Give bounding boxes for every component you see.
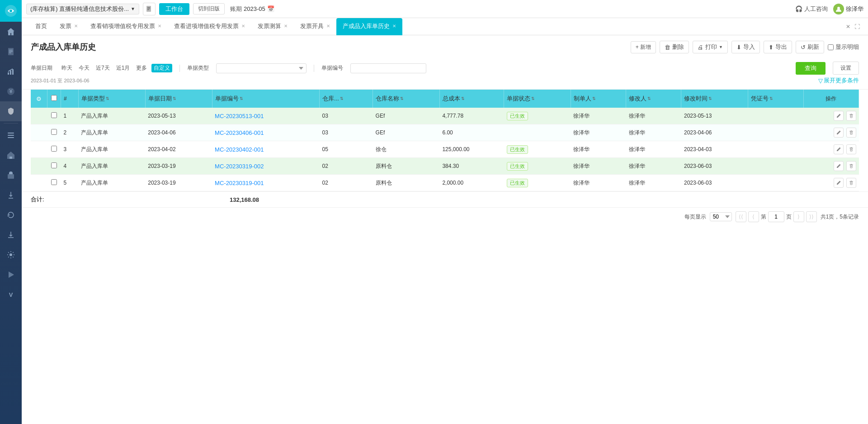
refresh-button[interactable]: ↺ 刷新 <box>796 41 824 53</box>
svg-rect-5 <box>9 52 11 53</box>
switch-version-button[interactable]: 切到旧版 <box>193 3 225 14</box>
sort-type-icon[interactable]: ⇅ <box>106 96 109 101</box>
sidebar-item-list[interactable] <box>0 125 22 145</box>
query-button[interactable]: 查询 <box>796 62 826 75</box>
row-checkbox-3[interactable] <box>51 162 57 168</box>
sidebar-item-download[interactable] <box>0 225 22 245</box>
edit-btn-0[interactable] <box>834 111 844 121</box>
td-wname-0: GEf <box>373 108 440 124</box>
delete-btn-2[interactable] <box>846 144 856 154</box>
tab-product-history[interactable]: 产成品入库单历史 ✕ <box>336 18 402 35</box>
tab-calc-close[interactable]: ✕ <box>284 24 288 29</box>
date-opt-yesterday[interactable]: 昨天 <box>60 64 74 72</box>
tab-purchase-invoice[interactable]: 查看进项增值税专用发票 ✕ <box>168 18 251 35</box>
tab-issue-close[interactable]: ✕ <box>326 24 330 29</box>
tab-product-history-close[interactable]: ✕ <box>392 24 396 29</box>
delete-btn-4[interactable] <box>846 178 856 188</box>
sort-mtime-icon[interactable]: ⇅ <box>708 96 712 101</box>
td-settings-1 <box>31 124 47 141</box>
delete-btn-0[interactable] <box>846 111 856 121</box>
number-filter-input[interactable] <box>350 63 426 73</box>
number-link-1[interactable]: MC-20230406-001 <box>215 129 264 136</box>
sort-modifier-icon[interactable]: ⇅ <box>647 96 651 101</box>
first-page-button[interactable]: ⟨⟨ <box>736 211 746 222</box>
date-opt-more[interactable]: 更多 <box>134 64 149 72</box>
number-link-4[interactable]: MC-20230319-001 <box>215 180 264 186</box>
show-detail-checkbox-label[interactable]: 显示明细 <box>828 43 859 51</box>
maximize-button[interactable]: ⛶ <box>854 23 861 30</box>
sort-creator-icon[interactable]: ⇅ <box>592 96 596 101</box>
sidebar-item-finance[interactable]: ¥ <box>0 81 22 101</box>
sort-date-icon[interactable]: ⇅ <box>173 96 176 101</box>
sidebar-item-inventory[interactable] <box>0 165 22 185</box>
prev-page-button[interactable]: ⟨ <box>748 211 759 222</box>
sidebar-item-home[interactable] <box>0 22 22 42</box>
company-selector[interactable]: (库存核算) 直播轻纯通信息技术股份... ▼ <box>26 4 139 14</box>
sidebar-item-chart[interactable] <box>0 62 22 81</box>
sidebar-item-security[interactable] <box>0 101 22 121</box>
sort-wcode-icon[interactable]: ⇅ <box>340 96 344 101</box>
next-page-button[interactable]: ⟩ <box>793 211 804 222</box>
delete-btn-3[interactable] <box>846 161 856 171</box>
row-checkbox-1[interactable] <box>51 129 57 135</box>
tab-home[interactable]: 首页 <box>29 18 53 35</box>
sidebar-item-refresh[interactable] <box>0 205 22 225</box>
delete-button[interactable]: 🗑 删除 <box>660 41 689 53</box>
workbench-button[interactable]: 工作台 <box>159 3 189 15</box>
page-size-select[interactable]: 20 50 100 <box>710 212 732 221</box>
tab-invoice-issue[interactable]: 发票开具 ✕ <box>294 18 336 35</box>
last-page-button[interactable]: ⟩⟩ <box>806 211 817 222</box>
new-button[interactable]: + 新增 <box>631 41 656 53</box>
row-checkbox-0[interactable] <box>51 112 57 118</box>
row-checkbox-4[interactable] <box>51 179 57 185</box>
type-filter-select[interactable] <box>216 63 307 73</box>
sidebar-item-settings[interactable] <box>0 245 22 265</box>
sort-voucher-icon[interactable]: ⇅ <box>769 96 773 101</box>
row-checkbox-2[interactable] <box>51 146 57 152</box>
sidebar-item-stamp[interactable] <box>0 185 22 205</box>
sidebar-item-play[interactable] <box>0 265 22 285</box>
app-logo[interactable] <box>0 0 22 22</box>
sort-cost-icon[interactable]: ⇅ <box>461 96 465 101</box>
tab-sales-invoice[interactable]: 查看销项增值税专用发票 ✕ <box>84 18 168 35</box>
number-link-2[interactable]: MC-20230402-001 <box>215 146 264 153</box>
number-link-0[interactable]: MC-20230513-001 <box>215 113 264 119</box>
tab-invoice-calc[interactable]: 发票测算 ✕ <box>251 18 294 35</box>
service-button[interactable]: 🎧 人工咨询 <box>795 5 828 13</box>
calendar-icon[interactable]: 📅 <box>267 5 274 12</box>
sort-number-icon[interactable]: ⇅ <box>240 96 243 101</box>
edit-btn-3[interactable] <box>834 161 844 171</box>
print-button[interactable]: 🖨 打印 ▼ <box>693 41 728 53</box>
minimize-button[interactable]: ✕ <box>844 23 852 30</box>
sidebar-item-warehouse[interactable] <box>0 145 22 165</box>
tab-invoice[interactable]: 发票 ✕ <box>53 18 84 35</box>
edit-btn-1[interactable] <box>834 128 844 138</box>
import-button[interactable]: ⬇ 导入 <box>731 41 760 53</box>
sidebar-item-version[interactable]: V <box>0 285 22 305</box>
date-opt-7days[interactable]: 近7天 <box>94 64 112 72</box>
document-icon-btn[interactable] <box>143 3 156 15</box>
page-number-input[interactable] <box>768 211 784 222</box>
td-checkbox-1 <box>47 124 61 141</box>
tab-sales-close[interactable]: ✕ <box>158 24 161 29</box>
show-detail-checkbox[interactable] <box>828 44 834 50</box>
date-opt-today[interactable]: 今天 <box>77 64 91 72</box>
tab-invoice-close[interactable]: ✕ <box>74 24 78 29</box>
date-opt-1month[interactable]: 近1月 <box>114 64 132 72</box>
sort-wname-icon[interactable]: ⇅ <box>400 96 404 101</box>
sidebar-item-document[interactable] <box>0 42 22 62</box>
expand-filter-button[interactable]: ▽ 展开更多条件 <box>818 76 859 85</box>
export-button[interactable]: ⬆ 导出 <box>764 41 792 53</box>
edit-btn-4[interactable] <box>834 178 844 188</box>
td-creator-2: 徐泽华 <box>571 141 626 158</box>
set-button[interactable]: 设置 <box>833 62 859 75</box>
delete-btn-1[interactable] <box>846 128 856 138</box>
date-opt-custom[interactable]: 自定义 <box>151 64 172 72</box>
number-link-3[interactable]: MC-20230319-002 <box>215 163 264 170</box>
tab-purchase-close[interactable]: ✕ <box>241 24 245 29</box>
sort-status-icon[interactable]: ⇅ <box>531 96 535 101</box>
edit-btn-2[interactable] <box>834 144 844 154</box>
column-settings-icon[interactable]: ⚙ <box>33 93 44 104</box>
user-menu[interactable]: 徐泽华 <box>833 4 863 14</box>
select-all-checkbox[interactable] <box>51 95 57 101</box>
